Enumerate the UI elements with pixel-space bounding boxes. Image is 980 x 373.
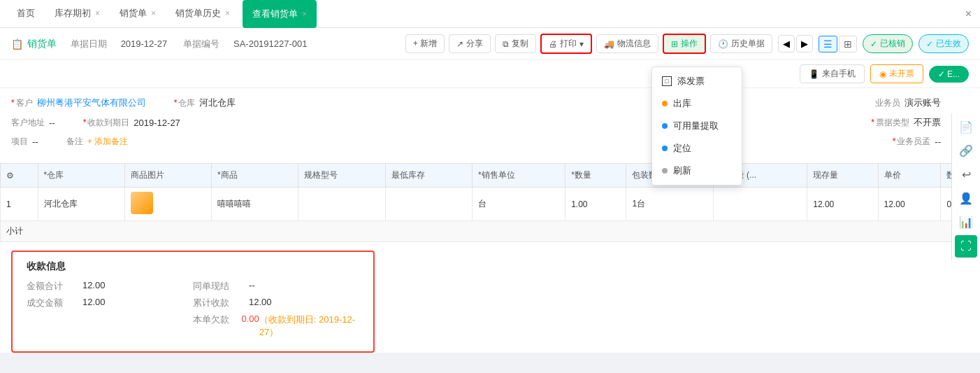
salesperson-field: 业务员 演示账号 [875,97,941,109]
sales-order-icon: 📋 [11,38,23,50]
sub-toolbar: 📱 来自手机 ◉ 未开票 ✓ E... [0,60,980,88]
col-settings[interactable]: ⚙ [1,164,38,188]
operations-label: 操作 [681,38,698,50]
print-button[interactable]: 🖨 打印 ▾ [540,34,592,54]
cumulative-payment-value: 12.00 [249,297,272,309]
sales-staff-label: 业务员孟 [893,136,931,148]
sidebar-link-icon[interactable]: 🔗 [955,140,977,162]
row-image [124,188,211,221]
toolbar: + 新增 ↗ 分享 ⧉ 复制 🖨 打印 ▾ 🚚 物流信息 [405,34,969,54]
history-icon: 🕐 [718,39,728,49]
not-open-button[interactable]: ◉ 未开票 [870,64,923,83]
available-qty-item[interactable]: 可用量提取 [652,115,742,137]
doc-header: 📋 销货单 单据日期 2019-12-27 单据编号 SA-20191227-0… [0,28,980,60]
number-value: SA-20191227-001 [233,38,308,49]
operations-button[interactable]: ⊞ 操作 [663,34,706,54]
check-icon: ✓ [870,39,877,49]
col-spec: 规格型号 [298,164,385,188]
payment-date-field: 收款到期日 2019-12-27 [83,117,180,129]
add-invoice-item[interactable]: □ 添发票 [652,70,742,92]
sidebar-user-icon[interactable]: 👤 [955,188,977,210]
tab-sales-history-close[interactable]: × [225,8,230,18]
col-warehouse: *仓库 [38,164,124,188]
sidebar-expand-icon[interactable]: ⛶ [955,235,977,258]
salesperson-value: 演示账号 [905,97,941,109]
outbound-item[interactable]: 出库 [652,92,742,115]
total-amount-label: 金额合计 [27,280,82,293]
list-view-icon[interactable]: ☰ [819,36,837,52]
row-spec [298,188,385,221]
right-sidebar: 📄 🔗 ↩ 👤 📊 ⛶ [951,113,980,260]
warehouse-field: 仓库 河北仓库 [174,97,236,109]
form-area: 客户 柳州粤港平安气体有限公司 仓库 河北仓库 业务员 演示账号 客户地址 --… [0,88,980,163]
available-qty-label: 可用量提取 [673,120,719,132]
effect-status-label: 已生效 [936,38,961,50]
print-icon: 🖨 [549,39,557,49]
refresh-item[interactable]: 刷新 [652,160,742,182]
project-field: 项目 -- [11,136,38,148]
next-button[interactable]: ▶ [796,35,813,52]
print-dropdown-icon: ▾ [579,39,584,49]
confirm-label: ✓ E... [938,69,960,79]
refresh-label: 刷新 [673,164,691,177]
tab-inventory[interactable]: 库存期初 × [45,0,110,28]
payment-date-label: 收款到期日 [83,117,130,129]
grid-view-icon[interactable]: ⊞ [839,36,857,52]
sidebar-chart-icon[interactable]: 📊 [955,211,977,234]
col-unit-price: 单价 [878,164,941,188]
sales-staff-field: 业务员孟 -- [893,136,941,148]
confirm-button[interactable]: ✓ E... [929,66,969,83]
add-remark-button[interactable]: 添加备注 [87,136,128,148]
doc-title-text: 销货单 [27,38,57,50]
row-min-stock [385,188,472,221]
effect-status-badge: ✓ 已生效 [918,34,969,53]
tab-home[interactable]: 首页 [7,0,45,28]
tab-sales-history[interactable]: 销货单历史 × [166,0,240,28]
date-value: 2019-12-27 [121,38,168,49]
from-phone-button[interactable]: 📱 来自手机 [800,64,865,83]
prev-button[interactable]: ◀ [778,35,795,52]
tab-inventory-close[interactable]: × [95,8,100,18]
sales-table: ⚙ *仓库 商品图片 *商品 规格型号 最低库存 *销售单位 *数量 包装数量 … [0,163,980,242]
share-icon: ↗ [456,39,463,49]
row-current-stock: 12.00 [807,188,878,221]
operations-dropdown: □ 添发票 出库 可用量提取 定位 刷新 [651,66,742,185]
history-label: 历史单据 [731,38,765,50]
warehouse-value: 河北仓库 [199,97,236,109]
locate-icon [662,146,668,151]
locate-item[interactable]: 定位 [652,137,742,160]
window-close-button[interactable]: × [965,8,972,20]
salesperson-label: 业务员 [875,97,900,109]
table-row: 1 河北仓库 嘻嘻嘻嘻 台 1.00 1台 12.00 12.00 0. [1,188,980,221]
add-invoice-label: 添发票 [677,75,705,87]
sold-status-badge: ✓ 已核销 [863,34,913,53]
tab-view-sales-close[interactable]: × [302,9,307,19]
nav-arrows: ◀ ▶ [778,35,813,52]
same-order-settle-label: 同单现结 [193,280,249,293]
cumulative-payment-field: 累计收款 12.00 [193,297,359,309]
remark-label: 备注 [66,136,83,148]
tab-sales[interactable]: 销货单 × [110,0,166,28]
col-quantity: *数量 [565,164,626,188]
ticket-type-field: 票据类型 不开票 [871,116,941,129]
not-open-label: 未开票 [889,68,914,80]
tab-sales-close[interactable]: × [151,8,156,18]
sold-status-label: 已核销 [880,38,905,50]
sidebar-doc-icon[interactable]: 📄 [955,116,977,139]
history-button[interactable]: 🕐 历史单据 [710,34,772,53]
payment-date-value: 2019-12-27 [134,118,180,128]
number-label: 单据编号 [183,38,219,50]
warehouse-label: 仓库 [174,97,196,109]
logistics-button[interactable]: 🚚 物流信息 [596,34,658,53]
available-qty-icon [662,123,668,129]
share-button[interactable]: ↗ 分享 [449,34,491,53]
copy-button[interactable]: ⧉ 复制 [495,34,536,53]
sidebar-return-icon[interactable]: ↩ [955,164,977,186]
customer-value[interactable]: 柳州粤港平安气体有限公司 [37,97,146,109]
sales-staff-value: -- [935,136,941,147]
total-amount-value: 12.00 [82,280,106,293]
new-button[interactable]: + 新增 [405,34,445,53]
tab-view-sales[interactable]: 查看销货单 × [243,0,317,28]
doc-meta: 单据日期 2019-12-27 单据编号 SA-20191227-001 [71,38,319,50]
refresh-icon [662,168,668,174]
